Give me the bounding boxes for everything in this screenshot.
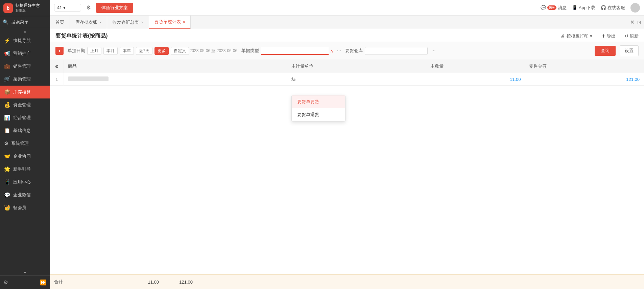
app-download-icon: 📱	[572, 5, 577, 10]
export-label: 导出	[607, 33, 616, 39]
filter-expand-btn[interactable]: ›	[55, 47, 64, 55]
operations-icon: 📊	[4, 115, 10, 121]
topbar-left: 41 ▾ ⚙ 体验行业方案	[54, 3, 133, 13]
sidebar-item-appstore[interactable]: 📱 应用中心	[0, 176, 50, 188]
date-btn-this-year[interactable]: 本年	[120, 47, 134, 55]
sidebar-scroll-down[interactable]: ▼	[0, 269, 50, 275]
app-name-block: 畅捷通好生意 标准版	[16, 3, 40, 13]
table-header-row: ⚙ 商品 主计量单位 主数量 零售金额	[50, 60, 644, 73]
sidebar-item-finance[interactable]: 💰 资金管理	[0, 98, 50, 111]
sidebar-item-system[interactable]: ⚙ 系统管理	[0, 137, 50, 150]
cooperation-icon: 🤝	[4, 153, 10, 159]
finance-icon: 💰	[4, 102, 10, 108]
query-button[interactable]: 查询	[595, 46, 616, 56]
sidebar-item-operations[interactable]: 📊 经营管理	[0, 111, 50, 124]
sidebar-item-label: 畅会员	[13, 205, 26, 211]
print-action[interactable]: 🖨 按模板打印 ▾	[561, 33, 592, 39]
sidebar-item-purchase[interactable]: 🛒 采购管理	[0, 73, 50, 86]
tabs-expand-icon[interactable]: ⊡	[637, 20, 641, 25]
sidebar-item-label: 营销推广	[13, 50, 31, 57]
type-filter-input[interactable]	[261, 47, 329, 55]
topbar-gear-icon[interactable]: ⚙	[84, 3, 93, 13]
trial-btn[interactable]: 体验行业方案	[96, 3, 133, 13]
sales-icon: 💼	[4, 63, 10, 69]
tabs-close-all-icon[interactable]: ✕	[630, 19, 635, 25]
refresh-label: 刷新	[630, 33, 639, 39]
user-avatar[interactable]	[630, 3, 640, 13]
appstore-icon: 📱	[4, 179, 10, 185]
dropdown-item-requisition-order[interactable]: 要货单要货	[292, 95, 345, 108]
date-btn-custom[interactable]: 自定义	[171, 47, 189, 55]
sidebar-item-inventory[interactable]: 📦 库存核算	[0, 86, 50, 98]
headset-icon: 🎧	[601, 5, 606, 10]
messages-label: 消息	[558, 5, 567, 11]
export-icon: ⬆	[602, 34, 605, 39]
date-btn-last-month[interactable]: 上月	[87, 47, 101, 55]
settings-button[interactable]: 设置	[620, 45, 639, 56]
messages-item[interactable]: 💬 99+ 消息	[541, 5, 567, 11]
sidebar-item-vip[interactable]: 👑 畅会员	[0, 201, 50, 214]
type-filter-chevron-up[interactable]: ∧	[330, 48, 333, 53]
row-qty: 11.00	[426, 73, 525, 86]
sidebar-item-label: 基础信息	[13, 128, 31, 134]
date-btn-this-month[interactable]: 本月	[103, 47, 118, 55]
company-select[interactable]: 41 ▾	[54, 4, 81, 12]
marketing-icon: 📢	[4, 50, 10, 57]
sidebar-item-label: 销售管理	[13, 63, 31, 69]
tab-inventory-batch-label: 库存批次账	[75, 19, 97, 25]
sidebar-item-label: 库存核算	[13, 89, 31, 95]
footer-amount: 121.00	[179, 280, 213, 285]
product-placeholder	[68, 76, 109, 81]
sidebar-item-base[interactable]: 📋 基础信息	[0, 124, 50, 137]
export-action[interactable]: ⬆ 导出	[602, 33, 616, 39]
sidebar-item-label: 企业协同	[13, 153, 31, 159]
type-filter-label: 单据类型	[241, 48, 259, 54]
sidebar-item-guide[interactable]: 🌟 新手引导	[0, 163, 50, 176]
online-service-label: 在线客服	[607, 5, 625, 11]
sidebar-nav: ⚡ 快捷导航 📢 营销推广 💼 销售管理 🛒 采购管理 📦 库存核算 💰 资金管…	[0, 34, 50, 269]
tab-requisition-stats[interactable]: 要货单统计表 ×	[149, 16, 191, 29]
main-content: 41 ▾ ⚙ 体验行业方案 💬 99+ 消息 📱 App下载 🎧 在线客服	[50, 0, 644, 289]
col-settings[interactable]: ⚙	[50, 60, 64, 73]
tab-receivables-summary-close[interactable]: ×	[141, 20, 143, 24]
type-filter-group: 单据类型 ∧ ···	[241, 47, 341, 55]
online-service-item[interactable]: 🎧 在线客服	[601, 5, 625, 11]
app-name: 畅捷通好生意	[16, 3, 40, 8]
warehouse-filter-group: 要货仓库 ···	[345, 47, 591, 55]
page-content: 要货单统计表(按商品) 🖨 按模板打印 ▾ | ⬆ 导出 | ↺ 刷新	[50, 29, 644, 289]
sidebar-item-label: 应用中心	[13, 179, 31, 185]
sidebar: b 畅捷通好生意 标准版 🔍 搜索菜单 ▲ ⚡ 快捷导航 📢 营销推广 💼 销售…	[0, 0, 50, 289]
sidebar-item-wechat[interactable]: 💬 企业微信	[0, 188, 50, 201]
col-unit: 主计量单位	[287, 60, 426, 73]
company-select-chevron: ▾	[63, 5, 66, 10]
tab-inventory-batch-close[interactable]: ×	[99, 20, 101, 24]
sidebar-search[interactable]: 🔍 搜索菜单	[0, 16, 50, 28]
warehouse-filter-input[interactable]	[365, 47, 428, 55]
app-download-item[interactable]: 📱 App下载	[572, 5, 595, 11]
warehouse-filter-dots[interactable]: ···	[431, 48, 435, 54]
app-logo-icon: b	[3, 3, 13, 13]
tab-home[interactable]: 首页	[50, 16, 70, 29]
table-footer: 合计 11.00 121.00	[50, 274, 644, 289]
type-filter-dots[interactable]: ···	[337, 48, 341, 54]
col-amount: 零售金额	[525, 60, 644, 73]
dropdown-item-return-order[interactable]: 要货单退货	[292, 108, 345, 121]
collapse-sidebar-icon[interactable]: ⏩	[40, 279, 47, 286]
purchase-icon: 🛒	[4, 76, 10, 82]
sidebar-item-sales[interactable]: 💼 销售管理	[0, 60, 50, 73]
row-no: 1	[50, 73, 64, 86]
sidebar-item-marketing[interactable]: 📢 营销推广	[0, 47, 50, 60]
tab-requisition-stats-close[interactable]: ×	[183, 20, 185, 24]
print-label: 按模板打印	[567, 33, 589, 39]
date-btn-last-7-days[interactable]: 近7天	[136, 47, 152, 55]
sidebar-scroll-up[interactable]: ▲	[0, 28, 50, 34]
tab-receivables-summary[interactable]: 收发存汇总表 ×	[107, 16, 149, 29]
date-btn-more[interactable]: 更多	[154, 47, 169, 55]
sidebar-item-cooperation[interactable]: 🤝 企业协同	[0, 150, 50, 163]
tab-inventory-batch[interactable]: 库存批次账 ×	[70, 16, 107, 29]
warehouse-filter-label: 要货仓库	[345, 48, 363, 54]
settings-bottom-icon[interactable]: ⚙	[3, 279, 8, 286]
app-sub: 标准版	[16, 8, 40, 13]
refresh-action[interactable]: ↺ 刷新	[625, 33, 639, 39]
sidebar-item-quick-nav[interactable]: ⚡ 快捷导航	[0, 34, 50, 47]
